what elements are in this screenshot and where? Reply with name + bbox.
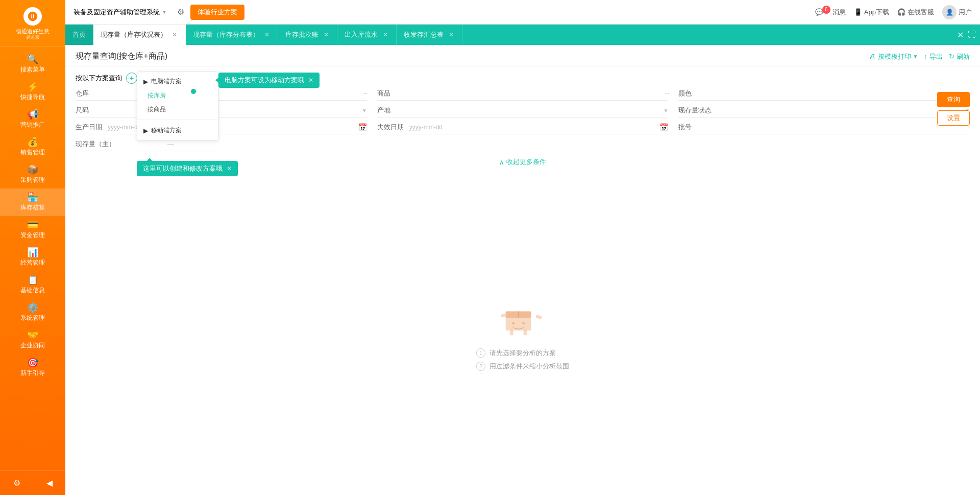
tab-stock-status[interactable]: 现存量（库存状况表） ✕ [93, 25, 186, 45]
goods-options-icon[interactable]: ··· [665, 89, 668, 98]
sidebar-item-label: 新手引导 [20, 369, 45, 378]
refresh-button[interactable]: ↻ 刷新 [949, 52, 970, 61]
basics-icon: 📋 [27, 275, 38, 285]
sidebar-bottom: ⚙ ◀ [0, 470, 65, 495]
export-icon: ↑ [924, 53, 928, 60]
expire-date-input[interactable] [409, 124, 656, 131]
color-input[interactable] [710, 90, 961, 98]
sidebar-item-label: 营销推广 [20, 121, 45, 129]
tabs-bar: 首页 现存量（库存状况表） ✕ 现存量（库存分布表） ✕ 库存批次账 ✕ 出入库… [65, 25, 980, 45]
size-dropdown-icon[interactable]: ▼ [362, 108, 367, 113]
print-button[interactable]: 🖨 按模板打印 ▼ [869, 52, 918, 61]
scheme-desktop-goods[interactable]: 按商品 [137, 103, 218, 116]
stock-status-input[interactable] [716, 107, 961, 114]
svg-rect-8 [535, 315, 542, 319]
expand-mobile-icon: ▶ [143, 127, 148, 134]
expand-icon: ▶ [143, 78, 148, 85]
scheme-desktop-header[interactable]: ▶ 电脑端方案 [137, 74, 218, 89]
message-button[interactable]: 💬 6 消息 [815, 8, 846, 17]
close-tab-icon[interactable]: ✕ [957, 30, 964, 40]
tab-close-summary[interactable]: ✕ [448, 31, 455, 38]
produce-date-label: 生产日期 [76, 123, 104, 132]
produce-date-calendar-icon[interactable]: 📅 [358, 123, 367, 131]
tab-close-stock-dist[interactable]: ✕ [263, 31, 271, 38]
step-num-1: 1 [476, 348, 485, 358]
sidebar-item-finance[interactable]: 💳 资金管理 [0, 216, 65, 244]
print-dropdown-icon: ▼ [913, 54, 918, 59]
goods-input[interactable] [409, 90, 660, 98]
sidebar-item-guide[interactable]: 🎯 新手引导 [0, 354, 65, 382]
sidebar-item-label: 库存核算 [20, 203, 45, 212]
tab-close-batch[interactable]: ✕ [323, 31, 330, 38]
reset-button[interactable]: 设置 [937, 110, 970, 126]
warehouse-options-icon[interactable]: ··· [363, 89, 366, 98]
sidebar-menu: 🔍 搜索菜单 ⚡ 快捷导航 📢 营销推广 💰 销售管理 📦 采购管理 🏪 库存核… [0, 46, 65, 470]
sidebar-item-purchase[interactable]: 📦 采购管理 [0, 161, 65, 188]
sidebar: 畅通道好生意 标准版 🔍 搜索菜单 ⚡ 快捷导航 📢 营销推广 💰 销售管理 📦… [0, 0, 65, 495]
batch-input[interactable] [710, 124, 970, 131]
sidebar-item-nav[interactable]: ⚡ 快捷导航 [0, 78, 65, 106]
edit-tooltip-close[interactable]: ✕ [227, 165, 232, 172]
cursor-indicator [191, 89, 196, 94]
sidebar-item-label: 采购管理 [20, 176, 45, 184]
tab-close-inout[interactable]: ✕ [382, 31, 389, 38]
filter-label: 按以下方案查询 [76, 74, 122, 83]
collapse-sidebar-icon[interactable]: ◀ [43, 475, 56, 491]
search-button[interactable]: 查询 [937, 92, 970, 107]
sidebar-item-marketing[interactable]: 📢 营销推广 [0, 106, 65, 133]
collapse-button[interactable]: ∧ 收起更多条件 [499, 157, 546, 167]
settings-bottom-icon[interactable]: ⚙ [10, 475, 23, 491]
sidebar-item-operations[interactable]: 📊 经营管理 [0, 244, 65, 271]
scheme-divider [137, 120, 218, 120]
expire-date-calendar-icon[interactable]: 📅 [659, 123, 668, 131]
stock-main-to[interactable] [181, 140, 222, 148]
sidebar-item-label: 经营管理 [20, 258, 45, 267]
export-button[interactable]: ↑ 导出 [924, 52, 943, 61]
tabs-end-buttons: ✕ ⛶ [953, 25, 980, 45]
sidebar-item-system[interactable]: ⚙️ 系统管理 [0, 299, 65, 326]
tab-close-stock-status[interactable]: ✕ [171, 31, 178, 38]
scheme-tooltip: 电脑方案可设为移动方案哦 ✕ [218, 73, 320, 88]
sidebar-item-search[interactable]: 🔍 搜索菜单 [0, 51, 65, 78]
add-scheme-button[interactable]: + [126, 73, 137, 84]
app-download-button[interactable]: 📱 App下载 [854, 8, 889, 17]
filter-area: 按以下方案查询 + ↻ ← 电脑方案可设为移动方案哦 ✕ ▶ 电脑端方案 [65, 66, 980, 173]
origin-input[interactable] [409, 107, 659, 114]
tab-inout[interactable]: 出入库流水 ✕ [337, 25, 397, 45]
operations-icon: 📊 [27, 248, 38, 257]
tab-stock-dist[interactable]: 现存量（库存分布表） ✕ [186, 25, 278, 45]
enterprise-icon: 🤝 [27, 331, 38, 340]
sidebar-item-inventory[interactable]: 🏪 库存核算 [0, 188, 65, 216]
tab-summary[interactable]: 收发存汇总表 ✕ [397, 25, 462, 45]
stock-main-from[interactable] [119, 140, 160, 148]
header-settings-icon[interactable]: ⚙ [177, 7, 184, 17]
fullscreen-icon[interactable]: ⛶ [968, 30, 976, 39]
online-service-button[interactable]: 🎧 在线客服 [897, 8, 934, 17]
phone-icon: 📱 [854, 8, 862, 16]
scheme-desktop-warehouse[interactable]: 按库房 [137, 89, 218, 103]
origin-dropdown-icon[interactable]: ▼ [663, 108, 668, 113]
sidebar-item-sales[interactable]: 💰 销售管理 [0, 133, 65, 161]
sidebar-item-label: 基础信息 [20, 286, 45, 295]
nav-icon: ⚡ [27, 82, 38, 91]
scheme-tooltip-close[interactable]: ✕ [308, 77, 313, 84]
sales-icon: 💰 [27, 137, 38, 147]
sidebar-item-enterprise[interactable]: 🤝 企业协同 [0, 326, 65, 354]
tab-home[interactable]: 首页 [65, 25, 93, 45]
collapse-up-icon: ∧ [499, 158, 504, 166]
sidebar-item-label: 搜索菜单 [20, 65, 45, 74]
sidebar-item-label: 快捷导航 [20, 93, 45, 102]
scheme-mobile-header[interactable]: ▶ 移动端方案 [137, 123, 218, 138]
edit-scheme-tooltip: 这里可以创建和修改方案哦 ✕ [137, 161, 238, 176]
guide-icon: 🎯 [27, 358, 38, 367]
dropdown-arrow-icon: ▼ [162, 9, 167, 15]
top-header: 装备及固定资产辅助管理系统 ▼ ⚙ 体验行业方案 💬 6 消息 📱 App下载 … [65, 0, 980, 25]
user-button[interactable]: 👤 用户 [942, 5, 972, 19]
empty-step-2: 2 用过滤条件来缩小分析范围 [476, 362, 569, 371]
sidebar-item-basics[interactable]: 📋 基础信息 [0, 271, 65, 299]
sidebar-item-label: 资金管理 [20, 231, 45, 240]
tab-batch[interactable]: 库存批次账 ✕ [278, 25, 337, 45]
system-dropdown[interactable]: 装备及固定资产辅助管理系统 ▼ [74, 8, 167, 17]
trial-button[interactable]: 体验行业方案 [190, 5, 244, 20]
svg-point-3 [512, 322, 514, 324]
